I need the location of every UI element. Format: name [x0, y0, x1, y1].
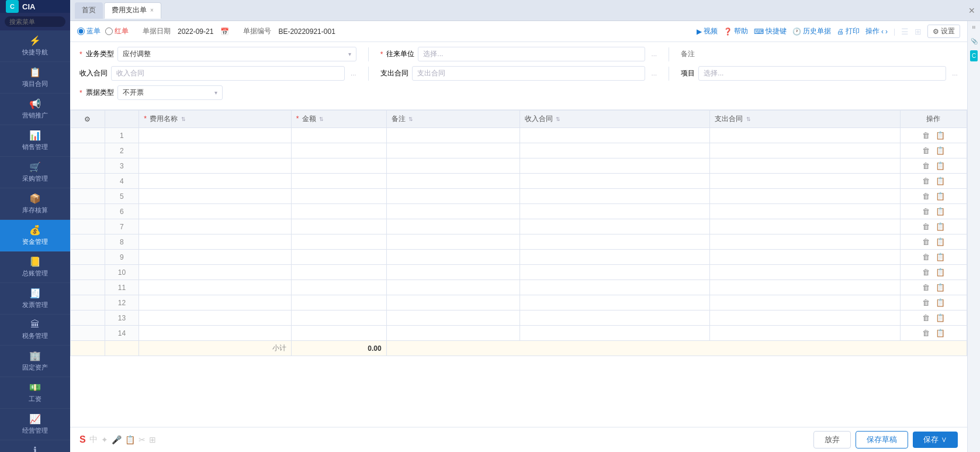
- amount-cell[interactable]: [291, 265, 386, 280]
- copy-row-button[interactable]: 📋: [934, 252, 947, 262]
- red-radio-input[interactable]: [105, 27, 113, 35]
- expense-contract-cell[interactable]: [710, 326, 901, 341]
- tab-expense[interactable]: 费用支出单 ×: [104, 2, 161, 19]
- income-contract-sort-icon[interactable]: ⇅: [556, 116, 560, 122]
- amount-cell[interactable]: [291, 234, 386, 250]
- expense-name-cell[interactable]: [139, 326, 292, 341]
- expense-contract-cell[interactable]: [710, 219, 901, 234]
- sidebar-item-fixed-assets[interactable]: 🏢固定资产: [0, 346, 70, 377]
- expense-contract-cell[interactable]: [710, 204, 901, 219]
- expense-contract-cell[interactable]: [710, 234, 901, 250]
- remarks-cell[interactable]: [386, 189, 520, 204]
- amount-cell[interactable]: [291, 295, 386, 310]
- income-contract-cell[interactable]: [520, 265, 710, 280]
- expense-name-cell[interactable]: [139, 174, 292, 189]
- remarks-cell[interactable]: [386, 280, 520, 295]
- calendar-icon[interactable]: 📅: [220, 27, 229, 36]
- remarks-cell[interactable]: [386, 250, 520, 265]
- expense-name-cell[interactable]: [139, 219, 292, 234]
- sidebar-item-purchase-mgmt[interactable]: 🛒采购管理: [0, 157, 70, 188]
- income-contract-cell[interactable]: [520, 295, 710, 310]
- save-draft-button[interactable]: 保存草稿: [856, 431, 908, 448]
- amount-sort-icon[interactable]: ⇅: [319, 116, 324, 122]
- blue-radio-input[interactable]: [77, 27, 85, 35]
- delete-row-button[interactable]: 🗑: [920, 252, 931, 262]
- remarks-sort-icon[interactable]: ⇅: [408, 116, 413, 122]
- right-panel-icon-1[interactable]: ≡: [969, 23, 978, 32]
- delete-row-button[interactable]: 🗑: [920, 237, 931, 247]
- income-contract-cell[interactable]: [520, 234, 710, 250]
- delete-row-button[interactable]: 🗑: [920, 206, 931, 216]
- expense-contract-cell[interactable]: [710, 128, 901, 143]
- tab-close-icon[interactable]: ×: [150, 7, 154, 13]
- expense-name-cell[interactable]: [139, 280, 292, 295]
- partner-input[interactable]: 选择...: [418, 47, 645, 61]
- copy-row-button[interactable]: 📋: [934, 176, 947, 186]
- income-contract-input[interactable]: 收入合同: [111, 66, 345, 81]
- remarks-cell[interactable]: [386, 174, 520, 189]
- sidebar-item-sales-promotion[interactable]: 📢营销推广: [0, 94, 70, 125]
- window-close-button[interactable]: ✕: [968, 6, 975, 15]
- sidebar-item-accounting[interactable]: 📒总账管理: [0, 251, 70, 283]
- blue-radio-item[interactable]: 蓝单: [77, 26, 101, 36]
- expense-name-cell[interactable]: [139, 158, 292, 174]
- copy-row-button[interactable]: 📋: [934, 328, 947, 338]
- expense-contract-cell[interactable]: [710, 265, 901, 280]
- income-contract-cell[interactable]: [520, 143, 710, 158]
- help-action[interactable]: ❓ 帮助: [723, 26, 748, 36]
- copy-row-button[interactable]: 📋: [934, 146, 947, 156]
- save-button[interactable]: 保存 ∨: [913, 432, 958, 448]
- copy-row-button[interactable]: 📋: [934, 298, 947, 308]
- remarks-cell[interactable]: [386, 128, 520, 143]
- remarks-cell[interactable]: [386, 204, 520, 219]
- delete-row-button[interactable]: 🗑: [920, 161, 931, 171]
- copy-row-button[interactable]: 📋: [934, 222, 947, 232]
- bottom-icon-6[interactable]: ⊞: [149, 435, 156, 444]
- delete-row-button[interactable]: 🗑: [920, 130, 931, 140]
- income-contract-cell[interactable]: [520, 326, 710, 341]
- copy-row-button[interactable]: 📋: [934, 206, 947, 216]
- income-contract-cell[interactable]: [520, 280, 710, 295]
- sidebar-item-sales-mgmt[interactable]: 📊销售管理: [0, 125, 70, 157]
- sidebar-item-tax-mgmt[interactable]: 🏛税务管理: [0, 315, 70, 346]
- red-radio-item[interactable]: 红单: [105, 26, 129, 36]
- video-action[interactable]: ▶ 视频: [697, 26, 718, 36]
- remarks-cell[interactable]: [386, 219, 520, 234]
- expense-contract-cell[interactable]: [710, 280, 901, 295]
- delete-row-button[interactable]: 🗑: [920, 176, 931, 186]
- expense-name-cell[interactable]: [139, 295, 292, 310]
- settings-button[interactable]: ⚙ 设置: [927, 25, 960, 38]
- amount-cell[interactable]: [291, 250, 386, 265]
- partner-dots[interactable]: …: [651, 51, 657, 57]
- print-action[interactable]: 🖨 打印: [837, 26, 860, 36]
- expense-contract-dots[interactable]: …: [651, 70, 657, 77]
- expense-contract-cell[interactable]: [710, 189, 901, 204]
- bottom-icon-3[interactable]: 🎤: [112, 435, 122, 444]
- sidebar-item-invoice-mgmt[interactable]: 🧾发票管理: [0, 283, 70, 315]
- sidebar-item-inventory[interactable]: 📦库存核算: [0, 188, 70, 220]
- delete-row-button[interactable]: 🗑: [920, 282, 931, 292]
- expense-contract-cell[interactable]: [710, 143, 901, 158]
- bottom-icon-5[interactable]: ✂: [138, 435, 146, 444]
- right-panel-icon-2[interactable]: 📎: [969, 35, 978, 47]
- copy-row-button[interactable]: 📋: [934, 191, 947, 201]
- amount-cell[interactable]: [291, 326, 386, 341]
- expense-name-cell[interactable]: [139, 310, 292, 326]
- copy-row-button[interactable]: 📋: [934, 237, 947, 247]
- delete-row-button[interactable]: 🗑: [920, 328, 931, 338]
- amount-cell[interactable]: [291, 219, 386, 234]
- tab-home[interactable]: 首页: [75, 2, 103, 19]
- expense-contract-cell[interactable]: [710, 158, 901, 174]
- right-panel-green-icon[interactable]: C: [970, 50, 978, 61]
- remarks-cell[interactable]: [386, 143, 520, 158]
- copy-row-button[interactable]: 📋: [934, 130, 947, 140]
- bottom-icon-1[interactable]: 中: [89, 434, 98, 445]
- sidebar-item-quick-nav[interactable]: ⚡快捷导航: [0, 30, 70, 62]
- history-action[interactable]: 🕐 历史单据: [792, 26, 831, 36]
- income-contract-cell[interactable]: [520, 310, 710, 326]
- income-contract-cell[interactable]: [520, 158, 710, 174]
- expense-contract-cell[interactable]: [710, 310, 901, 326]
- amount-cell[interactable]: [291, 204, 386, 219]
- amount-cell[interactable]: [291, 189, 386, 204]
- expense-contract-cell[interactable]: [710, 295, 901, 310]
